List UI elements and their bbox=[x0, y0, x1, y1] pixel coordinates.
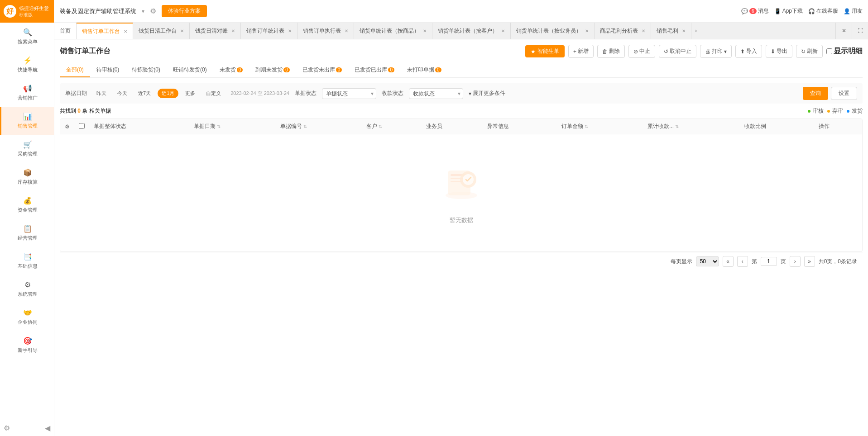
payment-filter-select[interactable]: 收款状态 bbox=[409, 88, 463, 99]
sidebar-item-search[interactable]: 🔍搜索菜单 bbox=[0, 23, 54, 51]
page-size-select[interactable]: 50 10 20 100 bbox=[696, 256, 719, 266]
sidebar-item-quick-nav[interactable]: ⚡快捷导航 bbox=[0, 51, 54, 79]
tab-close-cash-daily[interactable]: ✕ bbox=[180, 28, 184, 33]
subtab-overdue-not-shipped[interactable]: 到期未发货0 bbox=[249, 63, 296, 77]
date-option-更多[interactable]: 更多 bbox=[181, 89, 199, 98]
sidebar-item-inventory[interactable]: 📦库存核算 bbox=[0, 163, 54, 191]
col-staff-header[interactable]: 业务员 bbox=[422, 119, 483, 134]
sidebar-item-marketing[interactable]: 📢营销推广 bbox=[0, 79, 54, 107]
last-page-btn[interactable]: » bbox=[804, 256, 815, 267]
print-dropdown-icon: ▾ bbox=[724, 48, 727, 55]
col-settings-header[interactable]: ⚙ bbox=[60, 119, 74, 134]
col-ratio-header[interactable]: 收款比例 bbox=[740, 119, 814, 134]
col-date-header[interactable]: 单据日期⇅ bbox=[189, 119, 275, 134]
col-collected-header[interactable]: 累计收款...⇅ bbox=[643, 119, 740, 134]
industry-btn[interactable]: 体验行业方案 bbox=[162, 5, 207, 17]
subtab-all[interactable]: 全部(0) bbox=[60, 63, 90, 77]
sidebar-item-guide[interactable]: 🎯新手引导 bbox=[0, 331, 54, 359]
tab-home[interactable]: 首页 bbox=[54, 23, 77, 39]
topbar-settings-icon[interactable]: ⚙ bbox=[150, 7, 156, 15]
tab-goods-stats-staff[interactable]: 销货单统计表（按业务员）✕ bbox=[511, 23, 595, 39]
tab-more-btn[interactable]: › bbox=[691, 23, 700, 39]
show-detail-label[interactable]: 显示明细 bbox=[826, 47, 863, 56]
print-btn[interactable]: 🖨 打印 ▾ bbox=[700, 45, 732, 58]
subtab-shipped-not-out[interactable]: 已发货未出库0 bbox=[296, 63, 349, 77]
tab-close-sales-workbench[interactable]: ✕ bbox=[124, 29, 127, 34]
user-menu[interactable]: 👤 用友 bbox=[844, 7, 863, 15]
export-btn[interactable]: ⬇ 导出 bbox=[766, 45, 792, 58]
tab-cash-reconcile[interactable]: 钱货日清对账✕ bbox=[190, 23, 241, 39]
smart-generate-btn[interactable]: ★ 智能生单 bbox=[525, 45, 565, 57]
stop-btn[interactable]: ⊘ 中止 bbox=[628, 45, 655, 58]
expand-filter-btn[interactable]: ▾ 展开更多条件 bbox=[469, 90, 505, 97]
subtab-shipped-out[interactable]: 已发货已出库0 bbox=[348, 63, 401, 77]
add-btn[interactable]: + 新增 bbox=[568, 45, 594, 58]
topbar-dropdown-icon[interactable]: ▾ bbox=[142, 8, 144, 14]
tab-sales-profit[interactable]: 销售毛利✕ bbox=[651, 23, 691, 39]
set-btn[interactable]: 设置 bbox=[831, 87, 857, 100]
tab-goods-stats-customer[interactable]: 销货单统计表（按客户）✕ bbox=[432, 23, 511, 39]
tab-close-all-btn[interactable]: ✕ bbox=[835, 23, 852, 39]
col-exception-header[interactable]: 异常信息 bbox=[483, 119, 557, 134]
subtab-pending-review[interactable]: 待审核(0) bbox=[90, 63, 126, 77]
col-amount-header[interactable]: 订单金额⇅ bbox=[557, 119, 643, 134]
subtab-not-printed[interactable]: 未打印单据0 bbox=[401, 63, 448, 77]
app-download-btn[interactable]: 📱 App下载 bbox=[774, 7, 803, 15]
date-option-今天[interactable]: 今天 bbox=[113, 89, 131, 98]
subtab-not-shipped[interactable]: 未发货0 bbox=[213, 63, 249, 77]
query-btn[interactable]: 查询 bbox=[803, 87, 828, 100]
collapse-icon[interactable]: ◀ bbox=[45, 424, 50, 432]
tab-cash-daily[interactable]: 钱货日清工作台✕ bbox=[133, 23, 190, 39]
tab-close-profit-analysis[interactable]: ✕ bbox=[642, 28, 645, 33]
tab-sales-exec[interactable]: 销售订单执行表✕ bbox=[297, 23, 354, 39]
sidebar-item-finance[interactable]: 💰资金管理 bbox=[0, 191, 54, 219]
show-detail-checkbox[interactable] bbox=[826, 48, 832, 54]
cancel-stop-btn[interactable]: ↺ 取消中止 bbox=[659, 45, 696, 58]
tab-close-sales-exec[interactable]: ✕ bbox=[345, 28, 348, 33]
tab-close-sales-stats[interactable]: ✕ bbox=[288, 28, 292, 33]
tab-close-goods-stats-customer[interactable]: ✕ bbox=[501, 28, 505, 33]
sidebar-item-purchase[interactable]: 🛒采购管理 bbox=[0, 135, 54, 163]
first-page-btn[interactable]: « bbox=[723, 256, 734, 267]
sidebar-item-operations[interactable]: 📋经营管理 bbox=[0, 219, 54, 247]
col-customer-header[interactable]: 客户⇅ bbox=[362, 119, 422, 134]
refresh-icon: ↻ bbox=[801, 48, 806, 55]
abandon-review-btn[interactable]: 弃审 bbox=[827, 107, 843, 115]
tab-maximize-btn[interactable]: ⛶ bbox=[852, 23, 868, 39]
tab-goods-stats-product[interactable]: 销货单统计表（按商品）✕ bbox=[354, 23, 432, 39]
tab-close-cash-reconcile[interactable]: ✕ bbox=[231, 28, 235, 33]
message-badge: 6 bbox=[749, 8, 757, 14]
col-number-header[interactable]: 单据编号⇅ bbox=[276, 119, 362, 134]
sidebar-item-basic-info[interactable]: 📑基础信息 bbox=[0, 247, 54, 275]
next-page-btn[interactable]: › bbox=[790, 256, 801, 267]
online-service-btn[interactable]: 🎧 在线客服 bbox=[808, 7, 838, 15]
sidebar-item-system[interactable]: ⚙系统管理 bbox=[0, 275, 54, 303]
date-option-昨天[interactable]: 昨天 bbox=[92, 89, 110, 98]
prev-page-btn[interactable]: ‹ bbox=[737, 256, 748, 267]
tab-close-goods-stats-product[interactable]: ✕ bbox=[423, 28, 427, 33]
date-option-自定义[interactable]: 自定义 bbox=[202, 89, 225, 98]
refresh-btn[interactable]: ↻ 刷新 bbox=[796, 45, 823, 58]
delete-btn[interactable]: 🗑 删除 bbox=[597, 45, 625, 58]
tab-close-goods-stats-staff[interactable]: ✕ bbox=[585, 28, 589, 33]
subtab-wangpu-pending[interactable]: 旺铺待发货(0) bbox=[167, 63, 213, 77]
select-all-checkbox[interactable] bbox=[79, 123, 85, 129]
review-btn[interactable]: 审核 bbox=[808, 107, 824, 115]
subtab-pending-inspect[interactable]: 待拣验货(0) bbox=[125, 63, 167, 77]
date-option-近7天[interactable]: 近7天 bbox=[134, 89, 155, 98]
settings-icon[interactable]: ⚙ bbox=[4, 424, 10, 432]
col-checkbox-header[interactable] bbox=[74, 119, 89, 134]
col-status-header[interactable]: 单据整体状态 bbox=[89, 119, 189, 134]
page-input[interactable] bbox=[761, 257, 777, 266]
sidebar-item-enterprise[interactable]: 🤝企业协同 bbox=[0, 303, 54, 331]
import-btn[interactable]: ⬆ 导入 bbox=[735, 45, 762, 58]
ship-btn[interactable]: 发货 bbox=[847, 107, 863, 115]
sidebar-item-sales[interactable]: 📊销售管理 bbox=[0, 107, 54, 135]
tab-profit-analysis[interactable]: 商品毛利分析表✕ bbox=[595, 23, 651, 39]
tab-close-sales-profit[interactable]: ✕ bbox=[682, 28, 686, 33]
message-btn[interactable]: 💬 6 消息 bbox=[741, 7, 769, 15]
tab-sales-stats[interactable]: 销售订单统计表✕ bbox=[241, 23, 297, 39]
status-filter-select[interactable]: 单据状态 bbox=[322, 88, 376, 99]
date-option-近1月[interactable]: 近1月 bbox=[158, 89, 178, 98]
tab-sales-workbench[interactable]: 销售订单工作台✕ bbox=[77, 23, 133, 39]
